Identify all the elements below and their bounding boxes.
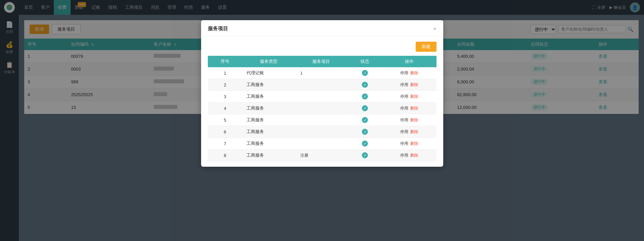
new-service-button[interactable]: 新建 bbox=[416, 42, 437, 52]
action-group: 停用 删除 bbox=[386, 129, 432, 135]
modal-title: 服务项目 bbox=[208, 26, 228, 32]
modal-toolbar: 新建 bbox=[208, 42, 437, 52]
modal-table-row: 5 工商服务 ✓ 停用 删除 bbox=[208, 114, 437, 126]
modal-col-action: 操作 bbox=[382, 56, 437, 67]
status-check-icon: ✓ bbox=[362, 105, 368, 111]
modal-cell-item: 注册 bbox=[295, 150, 348, 161]
modal-table-row: 8 工商服务 注册 ✓ 停用 删除 bbox=[208, 150, 437, 161]
status-check-icon: ✓ bbox=[362, 117, 368, 123]
modal-cell-seq: 7 bbox=[208, 138, 242, 150]
action-group: 停用 删除 bbox=[386, 117, 432, 123]
modal-cell-action: 停用 删除 bbox=[382, 91, 437, 103]
modal-table-row: 6 工商服务 ✓ 停用 删除 bbox=[208, 126, 437, 138]
modal-cell-item bbox=[295, 138, 348, 150]
modal-close-button[interactable]: × bbox=[433, 26, 436, 32]
modal-cell-item: 1 bbox=[295, 67, 348, 79]
modal-table-row: 1 代理记账 1 ✓ 停用 删除 bbox=[208, 67, 437, 79]
modal-cell-item bbox=[295, 114, 348, 126]
status-check-icon: ✓ bbox=[362, 93, 368, 99]
modal-table-header: 序号 服务类型 服务项目 状态 操作 bbox=[208, 56, 437, 67]
stop-button[interactable]: 停用 bbox=[400, 129, 408, 135]
stop-button[interactable]: 停用 bbox=[400, 141, 408, 147]
modal-body: 新建 序号 服务类型 服务项目 状态 操作 bbox=[201, 36, 443, 167]
status-check-icon: ✓ bbox=[362, 70, 368, 76]
modal-cell-type: 工商服务 bbox=[242, 150, 295, 161]
stop-button[interactable]: 停用 bbox=[400, 106, 408, 111]
modal-col-status: 状态 bbox=[348, 56, 382, 67]
delete-button[interactable]: 删除 bbox=[410, 94, 418, 99]
delete-button[interactable]: 删除 bbox=[410, 70, 418, 76]
modal-overlay: 服务项目 × 新建 序号 服务类型 服务项目 状态 bbox=[19, 15, 644, 241]
modal-cell-type: 工商服务 bbox=[242, 114, 295, 126]
delete-button[interactable]: 删除 bbox=[410, 117, 418, 123]
modal-col-item: 服务项目 bbox=[295, 56, 348, 67]
modal-cell-action: 停用 删除 bbox=[382, 126, 437, 138]
modal-cell-seq: 3 bbox=[208, 91, 242, 103]
modal-table-row: 2 工商服务 ✓ 停用 删除 bbox=[208, 79, 437, 91]
modal-cell-status: ✓ bbox=[348, 91, 382, 103]
modal-col-seq: 序号 bbox=[208, 56, 242, 67]
modal-cell-type: 工商服务 bbox=[242, 138, 295, 150]
stop-button[interactable]: 停用 bbox=[400, 82, 408, 88]
modal-cell-item bbox=[295, 126, 348, 138]
action-group: 停用 删除 bbox=[386, 141, 432, 147]
modal-cell-action: 停用 删除 bbox=[382, 114, 437, 126]
modal-cell-seq: 4 bbox=[208, 103, 242, 114]
modal-cell-status: ✓ bbox=[348, 138, 382, 150]
main-layout: 📄 合同 💰 收费 📋 对账单 新增 服务项目 进行中 已完成 已终止 bbox=[0, 15, 644, 241]
action-group: 停用 删除 bbox=[386, 82, 432, 88]
modal-cell-type: 工商服务 bbox=[242, 126, 295, 138]
modal-cell-status: ✓ bbox=[348, 114, 382, 126]
modal-cell-status: ✓ bbox=[348, 79, 382, 91]
modal-cell-action: 停用 删除 bbox=[382, 150, 437, 161]
modal-cell-status: ✓ bbox=[348, 103, 382, 114]
status-check-icon: ✓ bbox=[362, 82, 368, 88]
modal-cell-action: 停用 删除 bbox=[382, 67, 437, 79]
service-items-table: 序号 服务类型 服务项目 状态 操作 1 代理记账 1 ✓ 停用 bbox=[208, 56, 437, 161]
modal-cell-action: 停用 删除 bbox=[382, 79, 437, 91]
action-group: 停用 删除 bbox=[386, 153, 432, 158]
modal-cell-status: ✓ bbox=[348, 67, 382, 79]
status-check-icon: ✓ bbox=[362, 129, 368, 135]
status-check-icon: ✓ bbox=[362, 152, 368, 158]
stop-button[interactable]: 停用 bbox=[400, 94, 408, 99]
service-items-modal: 服务项目 × 新建 序号 服务类型 服务项目 状态 bbox=[201, 20, 443, 167]
stop-button[interactable]: 停用 bbox=[400, 153, 408, 158]
modal-table-row: 7 工商服务 ✓ 停用 删除 bbox=[208, 138, 437, 150]
stop-button[interactable]: 停用 bbox=[400, 117, 408, 123]
delete-button[interactable]: 删除 bbox=[410, 141, 418, 147]
modal-cell-seq: 1 bbox=[208, 67, 242, 79]
action-group: 停用 删除 bbox=[386, 94, 432, 99]
modal-cell-seq: 2 bbox=[208, 79, 242, 91]
modal-cell-item bbox=[295, 79, 348, 91]
main-content: 新增 服务项目 进行中 已完成 已终止 🔍 序号 合同编 bbox=[19, 15, 644, 241]
modal-cell-type: 代理记账 bbox=[242, 67, 295, 79]
status-check-icon: ✓ bbox=[362, 140, 368, 147]
modal-header: 服务项目 × bbox=[201, 20, 443, 36]
delete-button[interactable]: 删除 bbox=[410, 82, 418, 88]
modal-cell-seq: 8 bbox=[208, 150, 242, 161]
modal-cell-type: 工商服务 bbox=[242, 103, 295, 114]
action-group: 停用 删除 bbox=[386, 106, 432, 111]
modal-cell-action: 停用 删除 bbox=[382, 103, 437, 114]
modal-cell-type: 工商服务 bbox=[242, 79, 295, 91]
modal-cell-status: ✓ bbox=[348, 126, 382, 138]
modal-table-row: 3 工商服务 ✓ 停用 删除 bbox=[208, 91, 437, 103]
modal-cell-seq: 5 bbox=[208, 114, 242, 126]
modal-table-row: 4 工商服务 ✓ 停用 删除 bbox=[208, 103, 437, 114]
modal-cell-type: 工商服务 bbox=[242, 91, 295, 103]
action-group: 停用 删除 bbox=[386, 70, 432, 76]
modal-cell-status: ✓ bbox=[348, 150, 382, 161]
delete-button[interactable]: 删除 bbox=[410, 153, 418, 158]
modal-cell-item bbox=[295, 91, 348, 103]
delete-button[interactable]: 删除 bbox=[410, 129, 418, 135]
modal-cell-seq: 6 bbox=[208, 126, 242, 138]
delete-button[interactable]: 删除 bbox=[410, 106, 418, 111]
modal-col-type: 服务类型 bbox=[242, 56, 295, 67]
modal-cell-action: 停用 删除 bbox=[382, 138, 437, 150]
modal-cell-item bbox=[295, 103, 348, 114]
stop-button[interactable]: 停用 bbox=[400, 70, 408, 76]
